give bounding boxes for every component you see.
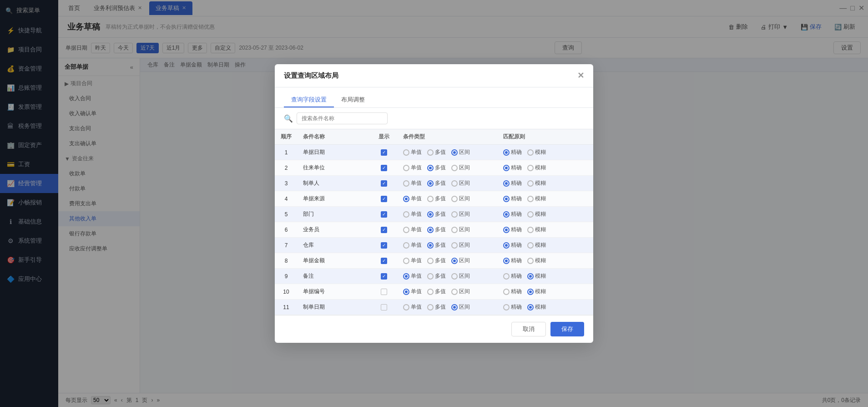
match-exact-option[interactable]: 精确 [503, 241, 522, 249]
match-fuzzy-option[interactable]: 模糊 [527, 148, 546, 156]
radio-circle[interactable] [527, 227, 534, 233]
radio-circle[interactable] [503, 227, 510, 233]
type-multi-option[interactable]: 多值 [427, 272, 446, 280]
radio-circle[interactable] [503, 242, 510, 249]
type-multi-option[interactable]: 多值 [427, 164, 446, 172]
checkbox-sq[interactable] [381, 180, 387, 187]
match-fuzzy-option[interactable]: 模糊 [527, 164, 546, 172]
radio-circle[interactable] [427, 180, 434, 187]
radio-circle[interactable] [451, 211, 458, 218]
type-range-option[interactable]: 区间 [451, 164, 470, 172]
checkbox-sq[interactable] [381, 227, 387, 233]
radio-circle[interactable] [403, 180, 409, 187]
match-fuzzy-option[interactable]: 模糊 [527, 303, 546, 311]
radio-circle[interactable] [403, 227, 409, 233]
checkbox-sq[interactable] [381, 196, 387, 202]
radio-circle[interactable] [527, 304, 534, 310]
row-show[interactable] [370, 300, 398, 314]
type-range-option[interactable]: 区间 [451, 272, 470, 280]
checkbox-sq[interactable] [381, 211, 387, 218]
radio-circle[interactable] [503, 196, 510, 202]
modal-tab-layout[interactable]: 布局调整 [334, 93, 372, 107]
type-single-option[interactable]: 单值 [403, 272, 422, 280]
match-fuzzy-option[interactable]: 模糊 [527, 195, 546, 203]
radio-circle[interactable] [451, 258, 458, 264]
radio-circle[interactable] [527, 211, 534, 218]
radio-circle[interactable] [427, 258, 434, 264]
type-single-option[interactable]: 单值 [403, 288, 422, 295]
type-range-option[interactable]: 区间 [451, 288, 470, 295]
match-exact-option[interactable]: 精确 [503, 288, 522, 295]
checkbox-sq[interactable] [381, 289, 387, 295]
match-exact-option[interactable]: 精确 [503, 272, 522, 280]
row-show[interactable] [370, 285, 398, 299]
row-show[interactable] [370, 239, 398, 252]
type-single-option[interactable]: 单值 [403, 179, 422, 187]
match-fuzzy-option[interactable]: 模糊 [527, 226, 546, 234]
radio-circle[interactable] [403, 165, 409, 171]
modal-cancel-button[interactable]: 取消 [511, 322, 546, 336]
checkbox-sq[interactable] [381, 242, 387, 249]
radio-circle[interactable] [527, 242, 534, 249]
checkbox-sq[interactable] [381, 304, 387, 310]
radio-circle[interactable] [451, 196, 458, 202]
radio-circle[interactable] [503, 149, 510, 156]
match-fuzzy-option[interactable]: 模糊 [527, 272, 546, 280]
radio-circle[interactable] [403, 211, 409, 218]
row-show[interactable] [370, 270, 398, 283]
match-exact-option[interactable]: 精确 [503, 257, 522, 265]
type-single-option[interactable]: 单值 [403, 226, 422, 234]
radio-circle[interactable] [503, 180, 510, 187]
type-range-option[interactable]: 区间 [451, 303, 470, 311]
radio-circle[interactable] [527, 289, 534, 295]
row-show[interactable] [370, 223, 398, 237]
match-exact-option[interactable]: 精确 [503, 164, 522, 172]
radio-circle[interactable] [427, 289, 434, 295]
match-fuzzy-option[interactable]: 模糊 [527, 179, 546, 187]
radio-circle[interactable] [503, 211, 510, 218]
radio-circle[interactable] [527, 258, 534, 264]
match-exact-option[interactable]: 精确 [503, 303, 522, 311]
radio-circle[interactable] [451, 289, 458, 295]
row-show[interactable] [370, 146, 398, 159]
type-single-option[interactable]: 单值 [403, 164, 422, 172]
type-range-option[interactable]: 区间 [451, 226, 470, 234]
type-single-option[interactable]: 单值 [403, 303, 422, 311]
radio-circle[interactable] [503, 289, 510, 295]
type-multi-option[interactable]: 多值 [427, 195, 446, 203]
checkbox-sq[interactable] [381, 273, 387, 280]
radio-circle[interactable] [503, 304, 510, 310]
radio-circle[interactable] [527, 165, 534, 171]
match-fuzzy-option[interactable]: 模糊 [527, 257, 546, 265]
radio-circle[interactable] [451, 273, 458, 280]
row-show[interactable] [370, 161, 398, 175]
radio-circle[interactable] [527, 273, 534, 280]
radio-circle[interactable] [527, 149, 534, 156]
radio-circle[interactable] [503, 165, 510, 171]
type-single-option[interactable]: 单值 [403, 210, 422, 218]
match-exact-option[interactable]: 精确 [503, 195, 522, 203]
radio-circle[interactable] [427, 211, 434, 218]
radio-circle[interactable] [451, 165, 458, 171]
type-multi-option[interactable]: 多值 [427, 303, 446, 311]
type-multi-option[interactable]: 多值 [427, 226, 446, 234]
type-range-option[interactable]: 区间 [451, 148, 470, 156]
type-range-option[interactable]: 区间 [451, 195, 470, 203]
checkbox-sq[interactable] [381, 258, 387, 264]
radio-circle[interactable] [451, 304, 458, 310]
radio-circle[interactable] [503, 273, 510, 280]
modal-save-button[interactable]: 保存 [550, 322, 584, 336]
match-exact-option[interactable]: 精确 [503, 148, 522, 156]
radio-circle[interactable] [527, 180, 534, 187]
radio-circle[interactable] [451, 242, 458, 249]
radio-circle[interactable] [427, 273, 434, 280]
modal-search-input[interactable] [297, 112, 388, 124]
radio-circle[interactable] [503, 258, 510, 264]
match-exact-option[interactable]: 精确 [503, 179, 522, 187]
radio-circle[interactable] [451, 149, 458, 156]
radio-circle[interactable] [427, 165, 434, 171]
match-exact-option[interactable]: 精确 [503, 226, 522, 234]
type-multi-option[interactable]: 多值 [427, 288, 446, 295]
radio-circle[interactable] [427, 227, 434, 233]
radio-circle[interactable] [403, 258, 409, 264]
